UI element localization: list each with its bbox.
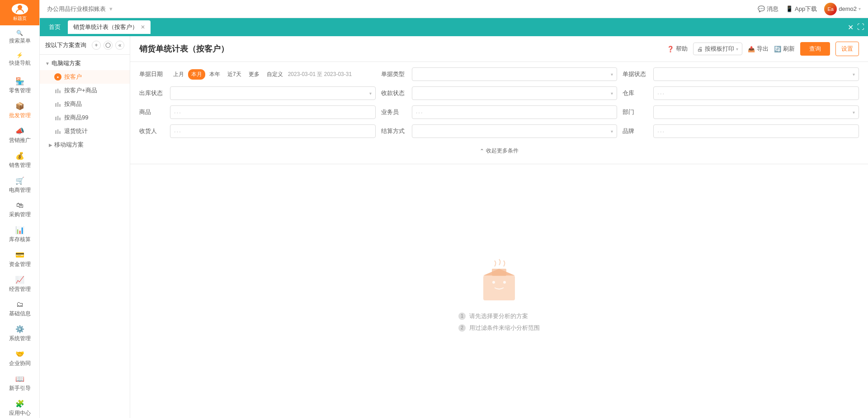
query-button[interactable]: 查询 xyxy=(800,42,830,56)
message-btn[interactable]: 💬 消息 xyxy=(758,5,778,13)
type-chevron-icon: ▾ xyxy=(611,72,613,77)
purchase-icon: 🛍 xyxy=(16,201,24,209)
print-btn[interactable]: 🖨 按模板打印 ▾ xyxy=(693,43,742,55)
page-title: 销货单统计表（按客户） xyxy=(139,43,229,54)
quick-nav-item[interactable]: ⚡ 快捷导航 xyxy=(9,48,31,70)
user-area[interactable]: Ea demo2 ▾ xyxy=(824,3,861,15)
sidebar-item-inventory[interactable]: 📊 库存核算 xyxy=(0,222,39,247)
management-icon: 📈 xyxy=(15,276,24,284)
sidebar-item-sales[interactable]: 💰 销售管理 xyxy=(0,148,39,173)
product-select[interactable]: ··· xyxy=(170,105,376,119)
salesperson-placeholder: ··· xyxy=(416,109,424,116)
payment-select[interactable]: ▾ xyxy=(412,124,618,138)
tree-item-product-99[interactable]: 按商品99 xyxy=(40,111,130,124)
header-right: 💬 消息 📱 App下载 Ea demo2 ▾ xyxy=(758,3,861,15)
out-status-label: 出库状态 xyxy=(139,89,166,97)
window-maximize-btn[interactable]: ⛶ xyxy=(857,23,864,32)
salesperson-select[interactable]: ··· xyxy=(412,105,618,119)
window-close-btn[interactable]: ✕ xyxy=(848,23,854,32)
brand-label: 品牌 xyxy=(623,127,650,135)
empty-state: 1 请先选择要分析的方案 2 用过滤条件来缩小分析范围 xyxy=(130,164,868,418)
tree-item-by-customer[interactable]: ● 按客户 xyxy=(40,70,130,84)
type-label: 单据类型 xyxy=(381,70,408,78)
sidebar-item-wholesale[interactable]: 📦 批发管理 xyxy=(0,98,39,123)
tab-home[interactable]: 首页 xyxy=(43,20,66,34)
tree-item-by-product[interactable]: 按商品 xyxy=(40,97,130,111)
help-btn[interactable]: ❓ 帮助 xyxy=(667,45,688,53)
tab-sales-stats[interactable]: 销货单统计表（按客户） ✕ xyxy=(68,20,151,34)
sidebar: 标题页 🔍 搜索菜单 ⚡ 快捷导航 🏪 零售管理 📦 批发管理 📣 营销推广 💰… xyxy=(0,0,40,418)
app-download-btn[interactable]: 📱 App下载 xyxy=(786,5,817,13)
add-scheme-btn[interactable]: + xyxy=(92,41,101,50)
sidebar-item-purchase[interactable]: 🛍 采购管理 xyxy=(0,198,39,222)
svg-point-1 xyxy=(106,43,110,48)
out-status-chevron-icon: ▾ xyxy=(369,91,372,96)
sidebar-item-basic-info[interactable]: 🗂 基础信息 xyxy=(0,297,39,321)
type-select[interactable]: ▾ xyxy=(412,67,618,81)
date-btn-7days[interactable]: 近7天 xyxy=(224,69,245,80)
logo-icon xyxy=(12,4,28,14)
help-icon: ❓ xyxy=(667,46,674,52)
avatar: Ea xyxy=(824,3,837,15)
filter-type-item: 单据类型 ▾ xyxy=(381,67,618,81)
warehouse-placeholder: ··· xyxy=(657,90,665,97)
tree-subgroup-mobile[interactable]: ▶ 移动端方案 xyxy=(40,138,130,152)
user-chevron-icon: ▾ xyxy=(859,6,861,11)
tree-item-label-1: 按客户 xyxy=(64,73,82,81)
filter-row-1: 单据日期 上月 本月 本年 近7天 更多 自定义 2023-03-01 至 20… xyxy=(139,67,859,81)
dept-select[interactable]: ▾ xyxy=(653,105,859,119)
sidebar-item-guide[interactable]: 📖 新手引导 xyxy=(0,371,39,396)
brand-select[interactable]: ··· xyxy=(653,124,859,138)
date-btn-this-year[interactable]: 本年 xyxy=(206,69,223,80)
logo-area: 标题页 xyxy=(0,0,39,25)
nav-icon: ⚡ xyxy=(16,52,23,58)
filter-warehouse-item: 仓库 ··· xyxy=(623,86,859,100)
collect-status-select[interactable]: ▾ xyxy=(412,86,618,100)
breadcrumb-text: 办公用品行业模拟账表 xyxy=(47,5,106,13)
filter-out-status-item: 出库状态 ▾ xyxy=(139,86,376,100)
tree-subgroup-label: 移动端方案 xyxy=(54,141,84,149)
product-label: 商品 xyxy=(139,108,166,116)
sidebar-item-retail[interactable]: 🏪 零售管理 xyxy=(0,73,39,98)
active-item-icon: ● xyxy=(54,73,61,81)
search-menu-item[interactable]: 🔍 搜索菜单 xyxy=(9,25,31,48)
tree-group-desktop[interactable]: ▼ 电脑端方案 xyxy=(40,57,130,70)
sidebar-item-marketing[interactable]: 📣 营销推广 xyxy=(0,123,39,148)
svg-rect-6 xyxy=(57,102,59,107)
tab-bar: 首页 销货单统计表（按客户） ✕ ✕ ⛶ xyxy=(40,18,868,36)
out-status-select[interactable]: ▾ xyxy=(170,86,376,100)
sidebar-item-enterprise[interactable]: 🤝 企业协同 xyxy=(0,346,39,371)
warehouse-select[interactable]: ··· xyxy=(653,86,859,100)
date-btn-more[interactable]: 更多 xyxy=(245,69,263,80)
tree-item-customer-product[interactable]: 按客户+商品 xyxy=(40,84,130,97)
sidebar-item-management[interactable]: 📈 经营管理 xyxy=(0,272,39,297)
date-btn-last-month[interactable]: 上月 xyxy=(170,69,187,80)
tree-item-return-stats[interactable]: 退货统计 xyxy=(40,124,130,138)
sidebar-item-ecommerce[interactable]: 🛒 电商管理 xyxy=(0,173,39,198)
receiver-select[interactable]: ··· xyxy=(170,124,376,138)
refresh-btn[interactable]: 🔄 刷新 xyxy=(774,45,795,53)
chart-icon-2 xyxy=(54,100,61,108)
sidebar-item-system[interactable]: ⚙️ 系统管理 xyxy=(0,321,39,346)
sidebar-item-finance[interactable]: 💳 资金管理 xyxy=(0,247,39,272)
sidebar-item-app-center[interactable]: 🧩 应用中心 xyxy=(0,396,39,418)
tab-bar-actions: ✕ ⛶ xyxy=(848,23,864,32)
app-center-icon: 🧩 xyxy=(15,399,24,408)
collect-status-label: 收款状态 xyxy=(381,89,408,97)
status-select[interactable]: ▾ xyxy=(653,67,859,81)
collapse-panel-btn[interactable]: « xyxy=(115,41,124,50)
tree-group-chevron-down: ▼ xyxy=(45,61,50,66)
collapse-bar[interactable]: ⌃ 收起更多条件 xyxy=(139,143,859,158)
filter-collect-status-item: 收款状态 ▾ xyxy=(381,86,618,100)
date-btn-custom[interactable]: 自定义 xyxy=(264,69,286,80)
settings-button[interactable]: 设置 xyxy=(835,42,859,56)
tab-close-btn[interactable]: ✕ xyxy=(141,24,145,30)
tree-group-label: 电脑端方案 xyxy=(52,59,81,67)
export-btn[interactable]: 📤 导出 xyxy=(748,45,769,53)
chart-icon-3 xyxy=(54,114,61,121)
edit-scheme-btn[interactable] xyxy=(104,41,113,50)
date-btn-this-month[interactable]: 本月 xyxy=(188,69,205,80)
filter-date-item: 单据日期 上月 本月 本年 近7天 更多 自定义 2023-03-01 至 20… xyxy=(139,69,376,80)
chart-icon-4 xyxy=(54,128,61,135)
filter-product-item: 商品 ··· xyxy=(139,105,376,119)
